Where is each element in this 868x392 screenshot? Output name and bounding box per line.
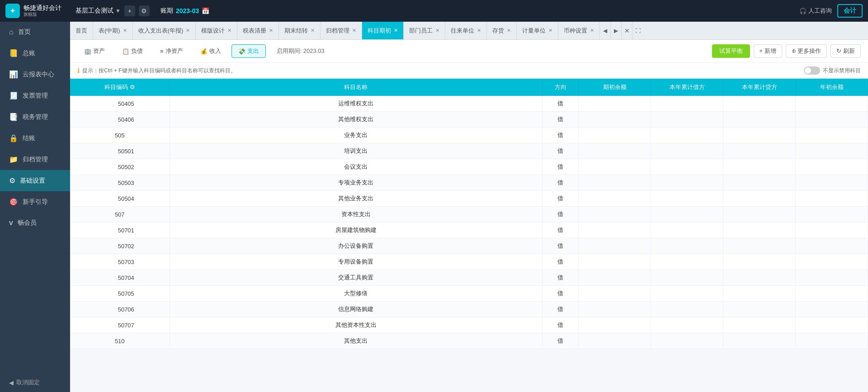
sidebar-item-ledger[interactable]: 📒 总账 xyxy=(0,43,70,64)
tab-close-dept[interactable]: ✕ xyxy=(435,28,439,33)
cell-credit xyxy=(723,302,796,317)
table-row[interactable]: 50405 运维维权支出 借 xyxy=(70,96,868,112)
table-row[interactable]: 50706 信息网络购建 借 xyxy=(70,302,868,317)
cell-opening xyxy=(796,317,868,333)
tab-close-period-end[interactable]: ✕ xyxy=(311,28,315,33)
tab-home[interactable]: 首页 xyxy=(70,22,93,40)
table-row[interactable]: 50707 其他资本性支出 借 xyxy=(70,317,868,333)
tab-tax[interactable]: 税表清册 ✕ xyxy=(237,22,279,40)
tab-dept[interactable]: 部门员工 ✕ xyxy=(404,22,445,40)
table-row[interactable]: 50705 大型修缮 借 xyxy=(70,286,868,302)
notice-toggle[interactable]: 不显示禁用科目 xyxy=(804,66,861,75)
table-row[interactable]: 50503 专项业务支出 借 xyxy=(70,175,868,191)
tab-inventory[interactable]: 存货 ✕ xyxy=(487,22,517,40)
cell-code: 50504 xyxy=(70,191,170,207)
sidebar: ⌂ 首页 📒 总账 📊 云报表中心 🧾 发票管理 📑 税务管理 🔒 结账 📁 归… xyxy=(0,22,70,392)
tab-income[interactable]: 收入支出表(年报) ✕ xyxy=(133,22,196,40)
sidebar-item-guide[interactable]: 🎯 新手引导 xyxy=(0,191,70,213)
sidebar-item-reports[interactable]: 📊 云报表中心 xyxy=(0,64,70,85)
sidebar-item-home[interactable]: ⌂ 首页 xyxy=(0,22,70,43)
sub-tab-income[interactable]: 💰 收入 xyxy=(193,44,228,58)
table-row[interactable]: 50502 会议支出 借 xyxy=(70,159,868,175)
closing-icon: 🔒 xyxy=(9,134,18,142)
balance-btn[interactable]: 试算平衡 xyxy=(712,44,750,58)
tab-close-archive[interactable]: ✕ xyxy=(352,28,356,33)
service-btn[interactable]: 🎧 人工咨询 xyxy=(799,7,832,15)
sub-tab-expense[interactable]: 💸 支出 xyxy=(231,44,266,58)
net-asset-icon: ≡ xyxy=(160,48,164,55)
table-row[interactable]: 50704 交通工具购置 借 xyxy=(70,270,868,286)
col-header-opening: 年初余额 xyxy=(796,79,868,96)
disable-toggle[interactable] xyxy=(804,66,820,75)
tab-close-unit[interactable]: ✕ xyxy=(548,28,552,33)
cell-dir: 借 xyxy=(542,302,579,317)
tab-close-inventory[interactable]: ✕ xyxy=(507,28,511,33)
tab-close-currency[interactable]: ✕ xyxy=(590,28,594,33)
tab-currency[interactable]: 币种设置 ✕ xyxy=(558,22,600,40)
app-logo-icon: ✦ xyxy=(5,4,20,18)
tab-expand-btn[interactable]: ⛶ xyxy=(632,22,643,40)
tab-close-balance-mid[interactable]: ✕ xyxy=(123,28,127,33)
tab-close-subject-period[interactable]: ✕ xyxy=(394,28,398,33)
tab-archive[interactable]: 归档管理 ✕ xyxy=(321,22,362,40)
cell-credit xyxy=(723,222,796,238)
income-icon: 💰 xyxy=(200,48,208,55)
table-row[interactable]: 50501 培训支出 借 xyxy=(70,143,868,159)
table-row[interactable]: 505 业务支出 借 xyxy=(70,128,868,143)
table-row[interactable]: 50702 办公设备购置 借 xyxy=(70,238,868,254)
cell-name: 培训支出 xyxy=(170,143,542,159)
sub-tab-liability[interactable]: 📋 负债 xyxy=(115,44,150,58)
cell-code: 50503 xyxy=(70,175,170,191)
table-row[interactable]: 50406 其他维权支出 借 xyxy=(70,112,868,128)
company-dropdown-icon[interactable]: ▼ xyxy=(115,8,121,14)
tab-balance-mid[interactable]: 表(中期) ✕ xyxy=(93,22,133,40)
cancel-fixed-btn[interactable]: ◀ 取消固定 xyxy=(0,373,70,392)
sidebar-item-settings[interactable]: ⚙ 基础设置 xyxy=(0,170,70,191)
cell-dir: 借 xyxy=(542,317,579,333)
add-btn[interactable]: + 新增 xyxy=(754,44,782,58)
more-btn[interactable]: ⊕ 更多操作 xyxy=(786,44,827,58)
table-row[interactable]: 507 资本性支出 借 xyxy=(70,207,868,222)
tab-close-all-btn[interactable]: ✕ xyxy=(622,22,632,40)
tab-next-btn[interactable]: ▶ xyxy=(611,22,622,40)
cell-balance xyxy=(579,159,651,175)
sidebar-item-member[interactable]: V 畅会员 xyxy=(0,213,70,233)
tab-prev-btn[interactable]: ◀ xyxy=(600,22,611,40)
tab-subject-period-label: 科目期初 xyxy=(368,27,391,35)
table-row[interactable]: 510 其他支出 借 xyxy=(70,333,868,349)
col-header-name: 科目名称 xyxy=(170,79,542,96)
table-row[interactable]: 50701 房屋建筑物购建 借 xyxy=(70,222,868,238)
tab-template[interactable]: 模版设计 ✕ xyxy=(196,22,237,40)
notice-text: 提示：按Ctrl + F键并输入科目编码或者科目名称可以查找科目。 xyxy=(82,67,236,75)
tab-close-counterparty[interactable]: ✕ xyxy=(477,28,481,33)
tab-close-income[interactable]: ✕ xyxy=(186,28,190,33)
cell-code: 507 xyxy=(70,207,170,222)
tab-close-tax[interactable]: ✕ xyxy=(269,28,273,33)
refresh-btn[interactable]: ↻ 刷新 xyxy=(830,44,861,58)
tab-counterparty[interactable]: 往来单位 ✕ xyxy=(445,22,487,40)
top-header: ✦ 畅捷通好会计 旗舰版 基层工会测试 ▼ + ⚙ 账期 2023-03 📅 🎧… xyxy=(0,0,868,22)
sub-tab-asset[interactable]: 🏢 资产 xyxy=(77,44,112,58)
table-row[interactable]: 50703 专用设备购置 借 xyxy=(70,254,868,270)
sidebar-item-invoice[interactable]: 🧾 发票管理 xyxy=(0,85,70,106)
cell-debit xyxy=(651,143,723,159)
tab-subject-period[interactable]: 科目期初 ✕ xyxy=(362,22,404,40)
col-header-debit: 本年累计借方 xyxy=(651,79,723,96)
tab-period-end[interactable]: 期末结转 ✕ xyxy=(279,22,321,40)
sidebar-item-closing[interactable]: 🔒 结账 xyxy=(0,128,70,149)
sidebar-item-tax[interactable]: 📑 税务管理 xyxy=(0,106,70,128)
sidebar-item-archive[interactable]: 📁 归档管理 xyxy=(0,149,70,170)
notice-icon: ℹ xyxy=(77,67,80,74)
sub-tab-net-asset[interactable]: ≡ 净资产 xyxy=(153,44,190,58)
table-row[interactable]: 50504 其他业务支出 借 xyxy=(70,191,868,207)
ledger-icon: 📒 xyxy=(9,49,18,57)
calendar-icon[interactable]: 📅 xyxy=(202,7,209,14)
settings-icon-btn[interactable]: ⚙ xyxy=(139,5,150,16)
expense-icon: 💸 xyxy=(238,48,245,55)
tab-close-template[interactable]: ✕ xyxy=(227,28,231,33)
tab-unit[interactable]: 计量单位 ✕ xyxy=(517,22,558,40)
kuaiji-btn[interactable]: 会计 xyxy=(837,4,863,18)
add-tab-btn[interactable]: + xyxy=(124,5,135,16)
cell-code: 50501 xyxy=(70,143,170,159)
table-container: 科目编码 ⚙ 科目名称 方向 期初余额 本年累计借方 本年累计贷方 年初余额 5… xyxy=(70,79,868,392)
